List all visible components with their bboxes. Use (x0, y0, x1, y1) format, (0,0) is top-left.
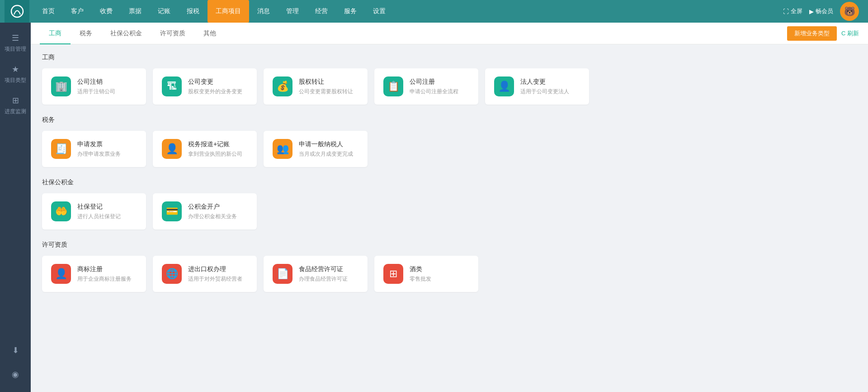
tab-bar: 工商税务社保公积金许可资质其他 新增业务类型 C 刷新 (31, 23, 868, 44)
card-desc: 拿到营业执照的新公司 (188, 150, 242, 158)
card-商标注册[interactable]: 👤商标注册用于企业商标注册服务 (42, 256, 146, 292)
card-title: 法人变更 (520, 78, 569, 86)
nav-item-记账[interactable]: 记账 (150, 0, 179, 23)
logo (5, 0, 29, 23)
tab-actions: 新增业务类型 C 刷新 (787, 26, 859, 41)
sidebar-bottom-item-1[interactable]: ◉ (8, 363, 23, 385)
card-desc: 当月或次月成变更完成 (299, 150, 353, 158)
nav-menu: 首页客户收费票据记账报税工商项目消息管理经营服务设置 (34, 0, 783, 23)
card-info: 公司变更股权变更外的业务变更 (188, 78, 242, 96)
card-title: 申请一般纳税人 (299, 140, 353, 148)
cards-grid: 🏢公司注销适用于注销公司🏗公司变更股权变更外的业务变更💰股权转让公司变更需要股权… (42, 68, 857, 105)
sidebar-bottom-icon: ⬇ (10, 345, 21, 356)
nav-item-票据[interactable]: 票据 (121, 0, 150, 23)
card-desc: 适用于注销公司 (77, 88, 115, 96)
sidebar-bottom-item-0[interactable]: ⬇ (8, 339, 23, 361)
card-title: 酒类 (410, 265, 431, 273)
card-desc: 适用于公司变更法人 (520, 88, 569, 96)
card-title: 公司变更 (188, 78, 242, 86)
cards-grid: 👤商标注册用于企业商标注册服务🌐进出口权办理适用于对外贸易经营者📄食品经营许可证… (42, 256, 857, 292)
card-股权转让[interactable]: 💰股权转让公司变更需要股权转让 (264, 68, 368, 105)
card-进出口权办理[interactable]: 🌐进出口权办理适用于对外贸易经营者 (153, 256, 257, 292)
new-type-button[interactable]: 新增业务类型 (787, 26, 837, 41)
main-layout: ☰项目管理★项目类型⊞进度监测⬇◉ 工商税务社保公积金许可资质其他 新增业务类型… (0, 23, 868, 392)
card-icon: ⊞ (383, 264, 403, 284)
card-title: 税务报道+记账 (188, 140, 242, 148)
card-info: 申请一般纳税人当月或次月成变更完成 (299, 140, 353, 158)
nav-item-客户[interactable]: 客户 (63, 0, 92, 23)
card-info: 社保登记进行人员社保登记 (77, 203, 121, 220)
cards-grid: 🧾申请发票办理申请发票业务👤税务报道+记账拿到营业执照的新公司👥申请一般纳税人当… (42, 131, 857, 167)
tab-工商[interactable]: 工商 (40, 23, 71, 44)
section-title: 税务 (42, 116, 857, 124)
card-info: 股权转让公司变更需要股权转让 (299, 78, 353, 96)
section-社保公积金: 社保公积金🤲社保登记进行人员社保登记💳公积金开户办理公积金相关业务 (42, 178, 857, 229)
nav-item-管理[interactable]: 管理 (278, 0, 307, 23)
card-info: 公积金开户办理公积金相关业务 (188, 203, 237, 220)
card-申请一般纳税人[interactable]: 👥申请一般纳税人当月或次月成变更完成 (264, 131, 368, 167)
card-desc: 办理公积金相关业务 (188, 213, 237, 220)
card-icon: 📋 (383, 76, 403, 96)
section-税务: 税务🧾申请发票办理申请发票业务👤税务报道+记账拿到营业执照的新公司👥申请一般纳税… (42, 116, 857, 167)
card-desc: 申请公司注册全流程 (410, 88, 458, 96)
card-icon: 🌐 (162, 264, 182, 284)
tab-许可资质[interactable]: 许可资质 (151, 23, 194, 44)
card-info: 进出口权办理适用于对外贸易经营者 (188, 265, 242, 283)
cards-grid: 🤲社保登记进行人员社保登记💳公积金开户办理公积金相关业务 (42, 193, 857, 229)
card-icon: 🏗 (162, 76, 182, 96)
refresh-button[interactable]: C 刷新 (841, 29, 859, 38)
card-icon: 👤 (494, 76, 514, 96)
card-desc: 用于企业商标注册服务 (77, 275, 132, 283)
mascot-avatar: 🐻 (840, 2, 859, 21)
card-info: 商标注册用于企业商标注册服务 (77, 265, 132, 283)
tab-税务[interactable]: 税务 (71, 23, 101, 44)
sidebar-bottom: ⬇◉ (8, 339, 23, 392)
member-button[interactable]: ▶ 畅会员 (809, 7, 833, 15)
card-酒类[interactable]: ⊞酒类零售批发 (374, 256, 478, 292)
main-content[interactable]: 工商🏢公司注销适用于注销公司🏗公司变更股权变更外的业务变更💰股权转让公司变更需要… (31, 44, 868, 392)
nav-item-设置[interactable]: 设置 (365, 0, 394, 23)
card-info: 公司注册申请公司注册全流程 (410, 78, 458, 96)
card-icon: 👥 (273, 139, 292, 159)
card-desc: 股权变更外的业务变更 (188, 88, 242, 96)
card-公司变更[interactable]: 🏗公司变更股权变更外的业务变更 (153, 68, 257, 105)
card-title: 申请发票 (77, 140, 121, 148)
tab-其他[interactable]: 其他 (194, 23, 225, 44)
nav-item-消息[interactable]: 消息 (249, 0, 278, 23)
sidebar-icon: ☰ (10, 33, 21, 43)
card-申请发票[interactable]: 🧾申请发票办理申请发票业务 (42, 131, 146, 167)
section-title: 工商 (42, 53, 857, 62)
nav-item-首页[interactable]: 首页 (34, 0, 63, 23)
section-title: 社保公积金 (42, 178, 857, 186)
sidebar-bottom-icon: ◉ (10, 369, 21, 380)
card-公司注销[interactable]: 🏢公司注销适用于注销公司 (42, 68, 146, 105)
nav-item-工商项目[interactable]: 工商项目 (208, 0, 249, 23)
card-税务报道+记账[interactable]: 👤税务报道+记账拿到营业执照的新公司 (153, 131, 257, 167)
card-公积金开户[interactable]: 💳公积金开户办理公积金相关业务 (153, 193, 257, 229)
card-desc: 零售批发 (410, 275, 431, 283)
nav-item-收费[interactable]: 收费 (92, 0, 121, 23)
sidebar-item-项目类型[interactable]: ★项目类型 (0, 58, 31, 90)
card-title: 社保登记 (77, 203, 121, 211)
card-info: 法人变更适用于公司变更法人 (520, 78, 569, 96)
card-icon: 🧾 (51, 139, 71, 159)
nav-right: ⛶ 全屏 ▶ 畅会员 🐻 (783, 2, 859, 21)
sidebar-item-进度监测[interactable]: ⊞进度监测 (0, 90, 31, 121)
card-法人变更[interactable]: 👤法人变更适用于公司变更法人 (485, 68, 589, 105)
card-icon: 👤 (51, 264, 71, 284)
card-desc: 公司变更需要股权转让 (299, 88, 353, 96)
nav-item-报税[interactable]: 报税 (179, 0, 208, 23)
card-公司注册[interactable]: 📋公司注册申请公司注册全流程 (374, 68, 478, 105)
svg-point-0 (11, 5, 23, 17)
sidebar-icon: ⊞ (10, 95, 21, 106)
card-社保登记[interactable]: 🤲社保登记进行人员社保登记 (42, 193, 146, 229)
sidebar-icon: ★ (10, 64, 21, 75)
tab-社保公积金[interactable]: 社保公积金 (101, 23, 151, 44)
card-icon: 📄 (273, 264, 292, 284)
content-area: 工商税务社保公积金许可资质其他 新增业务类型 C 刷新 工商🏢公司注销适用于注销… (31, 23, 868, 392)
nav-item-服务[interactable]: 服务 (336, 0, 365, 23)
nav-item-经营[interactable]: 经营 (307, 0, 336, 23)
sidebar-item-项目管理[interactable]: ☰项目管理 (0, 27, 31, 58)
fullscreen-button[interactable]: ⛶ 全屏 (783, 7, 802, 15)
card-食品经营许可证[interactable]: 📄食品经营许可证办理食品经营许可证 (264, 256, 368, 292)
